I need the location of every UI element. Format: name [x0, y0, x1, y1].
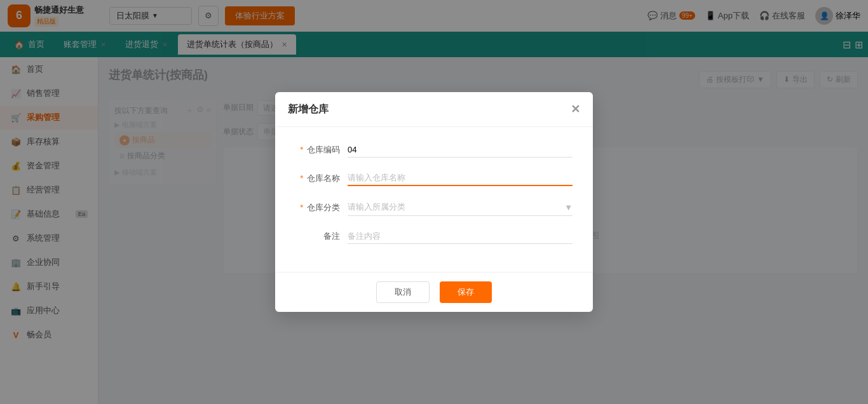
modal-title: 新增仓库: [288, 103, 329, 116]
required-mark-3: *: [300, 203, 303, 212]
warehouse-note-input[interactable]: [348, 229, 573, 244]
add-warehouse-modal: 新增仓库 ✕ * 仓库编码 * 仓库名称: [275, 92, 593, 312]
warehouse-name-input[interactable]: [348, 170, 573, 186]
cancel-button[interactable]: 取消: [376, 281, 430, 303]
note-label: 备注: [295, 231, 340, 242]
form-row-note: 备注: [295, 229, 573, 244]
form-row-name: * 仓库名称: [295, 170, 573, 186]
code-label: * 仓库编码: [295, 144, 340, 156]
form-row-category: * 仓库分类 请输入所属分类 ▼: [295, 199, 573, 216]
name-label: * 仓库名称: [295, 173, 340, 184]
save-button[interactable]: 保存: [440, 281, 492, 303]
modal-body: * 仓库编码 * 仓库名称 * 仓库分类 请输入所属: [275, 127, 593, 272]
warehouse-code-input[interactable]: [348, 142, 573, 158]
category-label: * 仓库分类: [295, 202, 340, 213]
modal-close-button[interactable]: ✕: [571, 102, 580, 116]
modal-header: 新增仓库 ✕: [275, 92, 593, 127]
category-arrow-icon: ▼: [564, 203, 573, 212]
category-placeholder: 请输入所属分类: [348, 201, 405, 213]
form-row-code: * 仓库编码: [295, 142, 573, 158]
required-mark-1: *: [300, 145, 303, 154]
modal-footer: 取消 保存: [275, 272, 593, 312]
modal-overlay: 新增仓库 ✕ * 仓库编码 * 仓库名称: [0, 0, 868, 404]
category-select[interactable]: 请输入所属分类 ▼: [348, 199, 573, 216]
required-mark-2: *: [300, 173, 303, 183]
